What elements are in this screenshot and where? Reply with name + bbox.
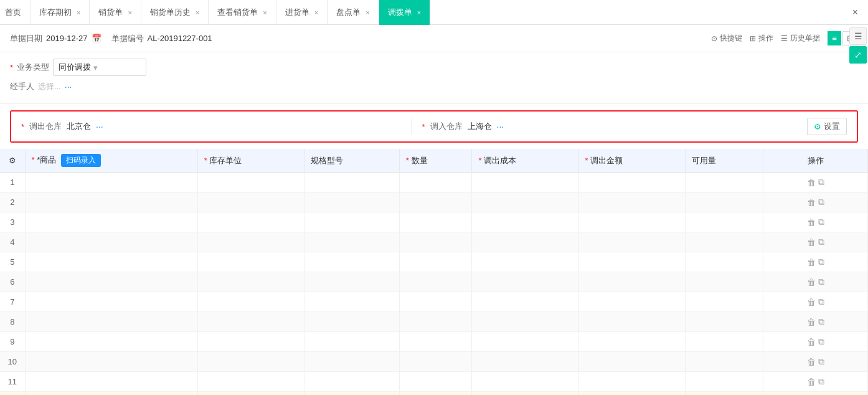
copy-icon-3[interactable]: ⧉ xyxy=(818,217,824,227)
sidebar-expand-btn[interactable]: ⤢ xyxy=(849,46,867,64)
copy-icon-6[interactable]: ⧉ xyxy=(818,277,824,287)
history-icon: ☰ xyxy=(781,34,788,43)
copy-icon-8[interactable]: ⧉ xyxy=(818,316,824,327)
history-btn[interactable]: ☰ 历史单据 xyxy=(781,33,820,44)
tab-sales-history-close[interactable]: × xyxy=(196,9,199,16)
delete-icon-4[interactable]: 🗑 xyxy=(807,237,816,247)
tab-inventory-check[interactable]: 盘点单 × xyxy=(328,0,379,25)
delete-icon-6[interactable]: 🗑 xyxy=(807,277,816,287)
delete-icon-8[interactable]: 🗑 xyxy=(807,317,816,327)
business-type-select[interactable]: 同价调拨 ▾ xyxy=(53,59,146,76)
date-value: 2019-12-27 xyxy=(46,34,88,43)
header-bar: 单据日期 2019-12-27 📅 单据编号 AL-20191227-001 ⊙… xyxy=(0,25,868,52)
row-num-8: 8 xyxy=(0,312,25,332)
table-row: 3 🗑⧉ xyxy=(0,212,868,232)
copy-icon-5[interactable]: ⧉ xyxy=(818,257,824,267)
list-view-btn[interactable]: ≡ xyxy=(828,31,841,45)
delete-icon-1[interactable]: 🗑 xyxy=(807,178,816,188)
copy-icon-11[interactable]: ⧉ xyxy=(818,376,824,387)
main-content: 单据日期 2019-12-27 📅 单据编号 AL-20191227-001 ⊙… xyxy=(0,25,868,395)
person-label: 经手人 xyxy=(10,81,34,92)
table-footer-row: 小计 0.00 0.00 0.00 xyxy=(0,392,868,396)
operations-label: 操作 xyxy=(758,33,773,44)
history-label: 历史单据 xyxy=(790,33,820,44)
row-num-4: 4 xyxy=(0,232,25,252)
row-num-11: 11 xyxy=(0,372,25,392)
copy-icon-2[interactable]: ⧉ xyxy=(818,197,824,207)
table-row: 5 🗑⧉ xyxy=(0,252,868,272)
tab-sales-history[interactable]: 销货单历史 × xyxy=(141,0,209,25)
col-goods-label: *商品 xyxy=(37,155,56,164)
col-gear[interactable]: ⚙ xyxy=(0,149,25,173)
warehouse-in-required: * xyxy=(422,122,425,131)
delete-icon-3[interactable]: 🗑 xyxy=(807,217,816,227)
row-num-1: 1 xyxy=(0,173,25,193)
copy-icon-10[interactable]: ⧉ xyxy=(818,356,824,367)
col-cost-label: 调出成本 xyxy=(484,156,516,165)
window-close-btn[interactable]: × xyxy=(847,7,863,18)
date-field: 单据日期 2019-12-27 📅 xyxy=(10,33,101,44)
doc-list-icon: ☰ xyxy=(854,31,862,41)
tab-view-sales-close[interactable]: × xyxy=(263,9,267,16)
row-num-3: 3 xyxy=(0,212,25,232)
tab-inventory-init[interactable]: 库存期初 × xyxy=(31,0,90,25)
business-type-field: * 业务类型 同价调拨 ▾ xyxy=(10,59,146,76)
row-num-6: 6 xyxy=(0,272,25,292)
tab-sales-order-close[interactable]: × xyxy=(128,9,131,16)
table-row: 9 🗑⧉ xyxy=(0,332,868,352)
warehouse-in-label: 调入仓库 xyxy=(430,121,463,132)
copy-icon-9[interactable]: ⧉ xyxy=(818,336,824,347)
tab-transfer-order-label: 调拨单 xyxy=(388,7,412,18)
form-row-2: 经手人 选择... ··· xyxy=(10,81,858,92)
row-num-5: 5 xyxy=(0,252,25,272)
sidebar-doc-list-btn[interactable]: ☰ xyxy=(849,27,867,45)
table-row: 2 🗑⧉ xyxy=(0,193,868,212)
delete-icon-7[interactable]: 🗑 xyxy=(807,297,816,307)
tab-transfer-order-close[interactable]: × xyxy=(417,9,421,16)
warehouse-in-more-btn[interactable]: ··· xyxy=(497,121,504,131)
tab-inventory-init-close[interactable]: × xyxy=(77,9,80,16)
scan-btn[interactable]: 扫码录入 xyxy=(61,154,101,167)
tab-purchase-order[interactable]: 进货单 × xyxy=(276,0,328,25)
col-amount: * 调出金额 xyxy=(578,149,685,173)
col-qty: * 数量 xyxy=(399,149,472,173)
copy-icon-7[interactable]: ⧉ xyxy=(818,297,824,307)
warehouse-out-more-btn[interactable]: ··· xyxy=(96,121,103,131)
delete-icon-10[interactable]: 🗑 xyxy=(807,357,816,367)
operations-btn[interactable]: ⊞ 操作 xyxy=(750,33,773,44)
tab-home[interactable]: 首页 xyxy=(5,0,31,25)
warehouse-out-label: 调出仓库 xyxy=(29,121,62,132)
shortcuts-icon: ⊙ xyxy=(711,34,717,43)
person-select[interactable]: 选择... xyxy=(38,81,61,92)
delete-icon-5[interactable]: 🗑 xyxy=(807,257,816,267)
col-amount-label: 调出金额 xyxy=(590,156,623,165)
shortcuts-btn[interactable]: ⊙ 快捷键 xyxy=(711,33,742,44)
delete-icon-11[interactable]: 🗑 xyxy=(807,377,816,387)
row-unit-1 xyxy=(197,173,304,193)
tab-transfer-order[interactable]: 调拨单 × xyxy=(379,0,430,25)
delete-icon-9[interactable]: 🗑 xyxy=(807,337,816,347)
tab-inventory-check-close[interactable]: × xyxy=(366,9,369,16)
delete-icon-2[interactable]: 🗑 xyxy=(807,198,816,207)
col-available: 可用量 xyxy=(685,149,763,173)
person-more-btn[interactable]: ··· xyxy=(65,82,72,92)
tab-bar: 首页 库存期初 × 销货单 × 销货单历史 × 查看销货单 × 进货单 × 盘点… xyxy=(0,0,868,25)
calendar-icon[interactable]: 📅 xyxy=(92,34,101,43)
copy-icon-1[interactable]: ⧉ xyxy=(818,177,824,188)
warehouse-in-value: 上海仓 xyxy=(468,121,492,132)
copy-icon-4[interactable]: ⧉ xyxy=(818,237,824,247)
tab-view-sales[interactable]: 查看销货单 × xyxy=(209,0,276,25)
business-type-value: 同价调拨 xyxy=(59,62,91,73)
business-type-required: * xyxy=(10,63,13,72)
table-row: 8 🗑⧉ xyxy=(0,312,868,332)
tab-view-sales-label: 查看销货单 xyxy=(217,7,258,18)
col-ops: 操作 xyxy=(763,149,868,173)
row-available-1 xyxy=(685,173,763,193)
settings-btn[interactable]: ⚙ 设置 xyxy=(807,118,847,135)
row-goods-1[interactable] xyxy=(25,173,197,193)
warehouse-in-section: * 调入仓库 上海仓 ··· xyxy=(422,121,803,132)
tab-purchase-order-close[interactable]: × xyxy=(314,9,318,16)
tab-sales-order[interactable]: 销货单 × xyxy=(90,0,141,25)
footer-qty: 0.00 xyxy=(399,392,472,396)
shortcuts-label: 快捷键 xyxy=(720,33,742,44)
